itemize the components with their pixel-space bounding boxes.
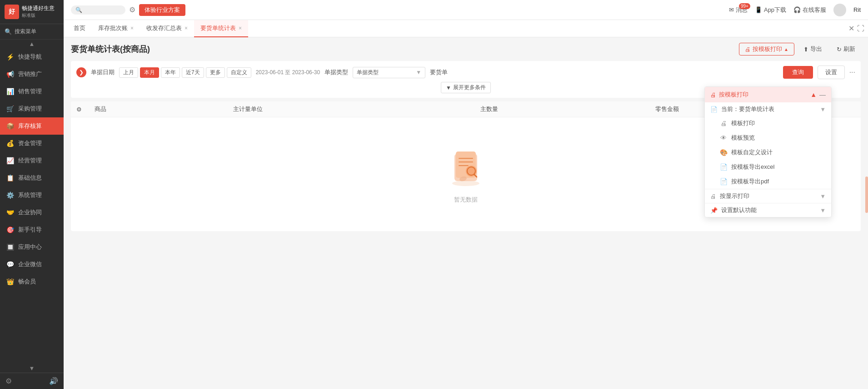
trial-button[interactable]: 体验行业方案 bbox=[139, 4, 185, 16]
dropdown-header-label: 🖨 按模板打印 bbox=[710, 91, 748, 99]
th-settings: ⚙ bbox=[71, 101, 89, 117]
scrollbar-thumb[interactable] bbox=[865, 177, 868, 213]
tab-order-stats-label: 要货单统计表 bbox=[200, 24, 236, 32]
th-unit: 主计量单位 bbox=[228, 101, 475, 117]
online-service-button[interactable]: 🎧 在线客服 bbox=[793, 6, 826, 14]
tab-receivable-summary-label: 收发存汇总表 bbox=[146, 24, 182, 32]
tab-order-stats[interactable]: 要货单统计表 × bbox=[194, 20, 248, 37]
topbar-left: 🔍 ⚙ 体验行业方案 bbox=[71, 4, 185, 16]
th-quantity: 主数量 bbox=[475, 101, 650, 117]
sidebar-item-collab[interactable]: 🤝 企业协同 bbox=[0, 204, 64, 221]
dropdown-item-export-excel[interactable]: 📄 按模板导出excel bbox=[705, 160, 831, 174]
basic-icon: 📋 bbox=[5, 174, 15, 182]
tab-inventory-batch[interactable]: 库存批次账 × bbox=[92, 20, 140, 37]
goods-label: 要货单 bbox=[430, 68, 448, 76]
order-type-chevron: ▼ bbox=[416, 69, 421, 76]
messages-button[interactable]: ✉ 消息 99+ bbox=[729, 6, 748, 14]
sidebar-item-label: 销售管理 bbox=[18, 87, 42, 96]
expand-more-button[interactable]: ▼ 展开更多条件 bbox=[441, 82, 491, 93]
more-options-icon[interactable]: ··· bbox=[849, 68, 855, 76]
tab-receivable-summary-close[interactable]: × bbox=[185, 25, 188, 31]
refresh-icon: ↻ bbox=[837, 46, 842, 53]
topbar-search-box[interactable]: 🔍 bbox=[71, 5, 125, 15]
dropdown-printer-icon: 🖨 bbox=[710, 91, 716, 98]
sidebar-item-system[interactable]: ⚙️ 系统管理 bbox=[0, 187, 64, 204]
export-excel-item-label: 按模板导出excel bbox=[731, 163, 774, 171]
sidebar-item-operations[interactable]: 📈 经营管理 bbox=[0, 152, 64, 169]
shortcuts-icon: ⚡ bbox=[5, 53, 15, 61]
export-button[interactable]: ⬆ 导出 bbox=[798, 43, 828, 55]
system-icon: ⚙️ bbox=[5, 192, 15, 199]
topbar-settings-icon[interactable]: ⚙ bbox=[129, 5, 135, 14]
dropdown-chevron-icon[interactable]: ▲ bbox=[810, 91, 817, 98]
date-btn-this-year[interactable]: 本年 bbox=[161, 67, 180, 78]
sidebar-item-label: 库存核算 bbox=[18, 122, 42, 130]
app-download-icon: 📱 bbox=[755, 6, 762, 13]
tab-home[interactable]: 首页 bbox=[67, 20, 92, 37]
inventory-icon: 📦 bbox=[5, 122, 15, 130]
tab-inventory-batch-close[interactable]: × bbox=[130, 25, 134, 31]
avatar[interactable] bbox=[833, 4, 846, 16]
sidebar-item-finance[interactable]: 💰 资金管理 bbox=[0, 135, 64, 152]
export-icon: ⬆ bbox=[803, 46, 808, 53]
export-excel-item-icon: 📄 bbox=[719, 163, 728, 171]
refresh-button[interactable]: ↻ 刷新 bbox=[831, 43, 861, 55]
date-btn-last-month[interactable]: 上月 bbox=[119, 67, 138, 78]
tab-home-label: 首页 bbox=[74, 24, 85, 32]
sidebar-item-label: 基础信息 bbox=[18, 174, 42, 182]
default-func-label: 设置默认功能 bbox=[721, 206, 757, 214]
sidebar-scroll-down[interactable]: ▼ bbox=[0, 364, 64, 373]
sidebar-item-basic[interactable]: 📋 基础信息 bbox=[0, 169, 64, 187]
date-btn-custom[interactable]: 自定义 bbox=[227, 67, 251, 78]
app-logo-icon: 好 bbox=[5, 5, 19, 19]
column-settings-icon[interactable]: ⚙ bbox=[76, 106, 82, 113]
purchase-icon: 🛒 bbox=[5, 105, 15, 112]
sound-bottom-icon[interactable]: 🔊 bbox=[49, 377, 58, 385]
sidebar-search[interactable]: 🔍 搜索菜单 bbox=[0, 24, 64, 40]
date-btn-more[interactable]: 更多 bbox=[206, 67, 225, 78]
username: Rit bbox=[853, 6, 861, 13]
sidebar-item-wechat[interactable]: 💬 企业微信 bbox=[0, 256, 64, 273]
search-icon: 🔍 bbox=[5, 28, 12, 35]
expand-chevron-icon: ▼ bbox=[446, 85, 451, 91]
th-goods: 商品 bbox=[89, 101, 228, 117]
sidebar-item-newbie[interactable]: 🎯 新手引导 bbox=[0, 221, 64, 238]
dropdown-item-export-pdf[interactable]: 📄 按模板导出pdf bbox=[705, 174, 831, 189]
close-all-tabs-button[interactable]: ✕ bbox=[848, 24, 854, 33]
date-btn-this-month[interactable]: 本月 bbox=[140, 67, 159, 78]
main-area: 🔍 ⚙ 体验行业方案 ✉ 消息 99+ 📱 App下载 🎧 在线客服 Rit bbox=[64, 0, 868, 389]
sidebar-item-purchase[interactable]: 🛒 采购管理 bbox=[0, 100, 64, 117]
finance-icon: 💰 bbox=[5, 140, 15, 147]
page-content: 要货单统计表(按商品) 🖨 按模板打印 ▲ ⬆ 导出 ↻ 刷新 bbox=[64, 37, 868, 389]
sidebar-item-member[interactable]: 👑 畅会员 bbox=[0, 273, 64, 290]
dropdown-item-template-design[interactable]: 🎨 模板自定义设计 bbox=[705, 145, 831, 160]
template-print-button[interactable]: 🖨 按模板打印 ▲ bbox=[739, 43, 794, 56]
dropdown-default-func-header[interactable]: 📌 设置默认功能 ▼ bbox=[705, 203, 831, 217]
sidebar-item-sales[interactable]: 📊 销售管理 bbox=[0, 83, 64, 100]
sidebar-scroll-up[interactable]: ▲ bbox=[0, 40, 64, 48]
sidebar-item-apps[interactable]: 🔲 应用中心 bbox=[0, 238, 64, 256]
marketing-icon: 📢 bbox=[5, 71, 15, 78]
tab-order-stats-close[interactable]: × bbox=[239, 25, 242, 31]
settings-button[interactable]: 设置 bbox=[818, 66, 845, 79]
tab-receivable-summary[interactable]: 收发存汇总表 × bbox=[140, 20, 194, 37]
display-print-label: 按显示打印 bbox=[720, 192, 749, 200]
dropdown-close-icon[interactable]: — bbox=[819, 91, 826, 98]
filter-expand-toggle[interactable]: ❯ bbox=[76, 67, 86, 77]
maximize-button[interactable]: ⛶ bbox=[857, 25, 864, 33]
order-type-select[interactable]: 单据类型 ▼ bbox=[353, 67, 425, 78]
sidebar-item-inventory[interactable]: 📦 库存核算 bbox=[0, 117, 64, 135]
dropdown-item-template-preview[interactable]: 👁 模板预览 bbox=[705, 131, 831, 145]
app-download-button[interactable]: 📱 App下载 bbox=[755, 6, 786, 14]
settings-bottom-icon[interactable]: ⚙ bbox=[5, 377, 12, 385]
query-button[interactable]: 查询 bbox=[783, 66, 813, 79]
dropdown-item-template-print[interactable]: 🖨 模板打印 bbox=[705, 116, 831, 131]
dropdown-current-header[interactable]: 📄 当前：要货单统计表 ▼ bbox=[705, 102, 831, 116]
tab-inventory-batch-label: 库存批次账 bbox=[98, 24, 128, 32]
template-print-item-label: 模板打印 bbox=[731, 119, 755, 127]
sidebar-item-label: 资金管理 bbox=[18, 139, 42, 147]
date-btn-7days[interactable]: 近7天 bbox=[182, 67, 204, 78]
dropdown-display-print-header[interactable]: 🖨 按显示打印 ▼ bbox=[705, 189, 831, 203]
sidebar-item-marketing[interactable]: 📢 营销推广 bbox=[0, 66, 64, 83]
sidebar-item-shortcuts[interactable]: ⚡ 快捷导航 bbox=[0, 48, 64, 66]
